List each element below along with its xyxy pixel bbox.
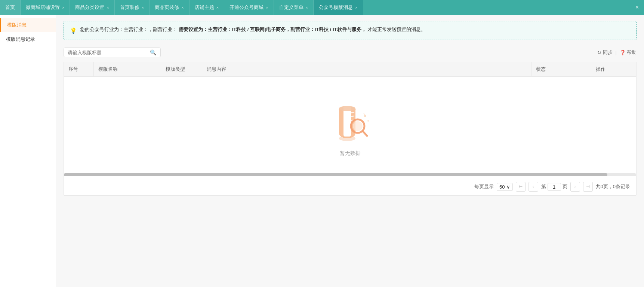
first-page-button[interactable]: ⊢ xyxy=(516,182,526,192)
svg-line-10 xyxy=(364,113,365,115)
sidebar: 模版消息 模版消息记录 xyxy=(0,15,56,287)
data-table: 序号 模版名称 模版类型 消息内容 状态 操作 xyxy=(64,62,637,196)
tab-open-wechat-mall[interactable]: 开通公众号商城 × xyxy=(224,0,274,15)
search-input-wrap[interactable]: 🔍 xyxy=(64,48,161,57)
last-page-button[interactable]: ⊣ xyxy=(583,182,593,192)
close-all-tabs-button[interactable]: × xyxy=(630,4,644,11)
close-icon[interactable]: × xyxy=(142,5,144,10)
svg-line-4 xyxy=(345,124,351,125)
col-header-action: 操作 xyxy=(591,62,636,76)
lightbulb-icon: 💡 xyxy=(70,26,77,35)
close-icon[interactable]: × xyxy=(355,5,357,10)
tab-shop-theme[interactable]: 店铺主题 × xyxy=(189,0,224,15)
tab-shop-setting[interactable]: 微商城店铺设置 × xyxy=(21,0,70,15)
page-total: 共0页，0条记录 xyxy=(596,183,630,190)
tab-template-message[interactable]: 公众号模版消息 × xyxy=(314,0,363,15)
svg-line-7 xyxy=(363,131,367,136)
col-header-name: 模版名称 xyxy=(94,62,161,76)
empty-state: 暂无数据 xyxy=(64,77,636,172)
tab-product-decor[interactable]: 商品页装修 × xyxy=(150,0,189,15)
empty-illustration xyxy=(328,99,373,144)
close-icon[interactable]: × xyxy=(266,5,268,10)
svg-point-11 xyxy=(339,106,355,111)
notice-text-suffix: 才能正常发送预置的消息。 xyxy=(367,27,426,32)
search-input[interactable] xyxy=(68,50,150,55)
top-navigation: 首页 微商城店铺设置 × 商品分类设置 × 首页装修 × 商品页装修 × 店铺主… xyxy=(0,0,644,15)
table-header: 序号 模版名称 模版类型 消息内容 状态 操作 xyxy=(64,62,636,77)
help-button[interactable]: ❓ 帮助 xyxy=(620,49,637,56)
page-size-value: 50 xyxy=(499,184,505,190)
empty-text: 暂无数据 xyxy=(340,150,361,157)
svg-point-9 xyxy=(367,120,369,122)
notice-text-highlight: 需要设置为：主营行业：IT科技 / 互联网|电子商务，副营行业：IT科技 / I… xyxy=(179,27,366,32)
prev-page-button[interactable]: ‹ xyxy=(529,182,538,192)
close-icon[interactable]: × xyxy=(216,5,219,10)
tab-category-setting[interactable]: 商品分类设置 × xyxy=(70,0,114,15)
close-icon[interactable]: × xyxy=(181,5,184,10)
search-actions: ↻ 同步 | ❓ 帮助 xyxy=(597,49,637,56)
page-size-select[interactable]: 50 ∨ xyxy=(497,183,512,191)
close-icon[interactable]: × xyxy=(107,5,109,10)
svg-point-8 xyxy=(364,115,366,117)
col-header-index: 序号 xyxy=(64,62,94,76)
col-header-status: 状态 xyxy=(531,62,591,76)
page-number-input[interactable] xyxy=(548,183,561,191)
col-header-type: 模版类型 xyxy=(161,62,202,76)
tab-home[interactable]: 首页 xyxy=(0,0,21,15)
col-header-content: 消息内容 xyxy=(202,62,531,76)
sync-icon: ↻ xyxy=(597,50,601,55)
sync-button[interactable]: ↻ 同步 xyxy=(597,49,613,56)
svg-point-6 xyxy=(353,121,363,131)
close-icon[interactable]: × xyxy=(306,5,308,10)
close-icon[interactable]: × xyxy=(62,5,64,10)
sidebar-item-template-message-record[interactable]: 模版消息记录 xyxy=(0,32,56,46)
next-page-button[interactable]: › xyxy=(570,182,580,192)
scrollbar-thumb[interactable] xyxy=(64,173,607,176)
main-layout: 模版消息 模版消息记录 💡 您的公众号行业为：主营行业：，副营行业： 需要设置为… xyxy=(0,15,644,287)
page-size-label: 每页显示 xyxy=(474,183,494,190)
scrollbar-track[interactable] xyxy=(64,173,636,176)
help-icon: ❓ xyxy=(620,50,626,55)
page-unit: 页 xyxy=(563,183,567,190)
sidebar-item-template-message[interactable]: 模版消息 xyxy=(0,18,56,32)
page-label: 第 xyxy=(541,183,546,190)
divider: | xyxy=(616,50,617,55)
tab-home-decor[interactable]: 首页装修 × xyxy=(115,0,150,15)
page-input-wrap: 第 页 xyxy=(541,183,567,191)
pagination: 每页显示 50 ∨ ⊢ ‹ 第 页 › ⊣ 共0页，0条记录 xyxy=(64,178,636,195)
chevron-down-icon: ∨ xyxy=(506,184,510,190)
tab-custom-menu[interactable]: 自定义菜单 × xyxy=(274,0,314,15)
notice-box: 💡 您的公众号行业为：主营行业：，副营行业： 需要设置为：主营行业：IT科技 /… xyxy=(64,21,637,40)
search-icon[interactable]: 🔍 xyxy=(150,49,156,55)
main-content: 💡 您的公众号行业为：主营行业：，副营行业： 需要设置为：主营行业：IT科技 /… xyxy=(56,15,644,287)
notice-text-prefix: 您的公众号行业为：主营行业：，副营行业： xyxy=(80,27,177,32)
search-bar: 🔍 ↻ 同步 | ❓ 帮助 xyxy=(64,48,637,57)
